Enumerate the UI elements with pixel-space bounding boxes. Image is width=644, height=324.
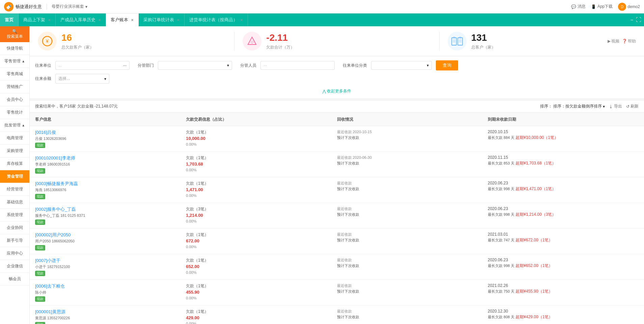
overdue-amount-5[interactable]: 超期¥672.00（1笔）	[515, 238, 553, 242]
sidebar-item-wholesale[interactable]: 批发管理 ▲	[0, 119, 29, 132]
customer-name-8[interactable]: [000001]黄思源	[35, 309, 186, 315]
balance-select[interactable]: 选择... ▾	[55, 74, 109, 84]
message-btn[interactable]: 💬 消息	[571, 4, 586, 9]
debt-count-7: 欠款（1笔）	[186, 283, 337, 289]
customer-name-6[interactable]: [0007]小迸干	[35, 258, 186, 264]
tab-home[interactable]: 首页	[0, 13, 19, 26]
debt-percent-2: 0.00%	[186, 168, 337, 172]
customer-cell-7: [0006]去下粮仓 陈小帅 现款	[35, 283, 186, 302]
sidebar-item-apps[interactable]: 应用中心	[0, 247, 29, 260]
last-collection-1: 最近收款 2020-10-15	[337, 129, 488, 135]
debt-cell-2: 欠款（1笔） 1,703.68 0.00%	[186, 155, 337, 172]
store-chevron-icon: ▾	[85, 4, 87, 9]
help-btn[interactable]: ❓ 帮助	[622, 38, 636, 44]
next-collection-4: 预计下次收款	[337, 212, 488, 217]
overdue-amount-7[interactable]: 超期¥455.90（1笔）	[515, 289, 553, 294]
unit-category-select[interactable]: ▾	[371, 61, 432, 70]
customer-name-1[interactable]: [0016]吕俊	[35, 129, 186, 136]
debt-percent-6: 0.00%	[186, 270, 337, 274]
tab-purchase-stats[interactable]: 采购订单统计表 ✕	[139, 13, 185, 26]
sidebar-search[interactable]: 🔍 搜索菜单	[0, 26, 29, 42]
sort-chevron-icon[interactable]: ▾	[603, 104, 605, 109]
video-icon: ▶	[608, 39, 611, 43]
next-collection-6: 预计下次收款	[337, 263, 488, 268]
debt-count-4: 欠款（3笔）	[186, 206, 337, 212]
tab-inbound-stats-close[interactable]: ✕	[240, 18, 243, 22]
sidebar-item-guide[interactable]: 新手引导	[0, 234, 29, 247]
table-header: 客户信息 欠款交易信息（占比） 回收情况 到期未收款日期	[30, 113, 644, 126]
store-selector[interactable]: 母婴行业演示账套 ▾	[52, 4, 87, 9]
nav-minimize-icon[interactable]: －	[629, 17, 635, 24]
sidebar-item-operations[interactable]: 经营管理	[0, 183, 29, 196]
export-btn[interactable]: ⭳ 导出	[609, 104, 622, 109]
query-button[interactable]: 查询	[436, 60, 458, 70]
tab-customer-ledger-close[interactable]: ✕	[131, 18, 134, 22]
table-row: [0006]去下粮仓 陈小帅 现款 欠款（1笔） 455.90 0.00% 最近…	[30, 280, 644, 305]
debt-percent-7: 0.00%	[186, 296, 337, 300]
table-row: [0007]小迸干 小迸干 18279152100 现款 欠款（1笔） 652.…	[30, 254, 644, 280]
sidebar-item-retail-mgmt[interactable]: 零售管理 ▲	[0, 55, 29, 68]
app-download-btn[interactable]: 📱 App下载	[591, 4, 613, 9]
sidebar-item-retail-mall[interactable]: 零售商城	[0, 68, 29, 81]
manager-input[interactable]: ···	[260, 61, 335, 70]
sidebar-search-label: 搜索菜单	[2, 34, 27, 39]
department-select[interactable]: ▾	[158, 61, 232, 70]
sidebar-item-purchase[interactable]: 采购管理	[0, 145, 29, 157]
customer-name-4[interactable]: [0002]服务中心_丁磊	[35, 206, 186, 212]
overdue-amount-3[interactable]: 超期¥1,471.00（1笔）	[515, 186, 556, 191]
sidebar-item-retail-stats[interactable]: 零售统计	[0, 106, 29, 119]
sidebar-item-member-center[interactable]: 会员中心	[0, 93, 29, 106]
stat-card-debt: ◇ -2.11 欠款合计（万）	[234, 32, 439, 51]
last-collection-4: 最近收款	[337, 206, 488, 211]
overdue-amount-1[interactable]: 超期¥10,000.00（1笔）	[515, 135, 558, 140]
sort-label: 排序：排序：按欠款金额倒序排序 ▾	[540, 104, 605, 109]
tab-purchase-stats-close[interactable]: ✕	[177, 18, 179, 22]
collection-cell-8: 最近收款 预计下次收款	[337, 309, 488, 320]
chevron-down-icon2: ▾	[427, 63, 429, 68]
debt-count-3: 欠款（1笔）	[186, 181, 337, 186]
sidebar-item-ecommerce[interactable]: 电商管理	[0, 132, 29, 145]
tab-inbound-stats[interactable]: 进货单统计表（按商品） ✕	[185, 13, 248, 26]
tab-customer-ledger[interactable]: 客户账本 ✕	[106, 13, 139, 26]
collection-cell-7: 最近收款 预计下次收款	[337, 283, 488, 294]
overdue-days-7: 最长欠款 750 天 超期¥455.90（1笔）	[488, 289, 639, 294]
refresh-btn[interactable]: ↺ 刷新	[626, 104, 639, 109]
sidebar-item-basic-info[interactable]: 基础信息	[0, 196, 29, 209]
nav-expand-icon[interactable]: ⛶	[636, 17, 641, 23]
sidebar-item-vip[interactable]: 畅会员	[0, 273, 29, 286]
sidebar-item-inventory[interactable]: 库存核算	[0, 157, 29, 170]
tab-products-close[interactable]: ✕	[48, 18, 51, 22]
sidebar-item-marketing[interactable]: 营销推广	[0, 81, 29, 93]
source-unit-input[interactable]: ... ···	[55, 61, 130, 70]
customer-phone-7: 陈小帅	[35, 290, 186, 295]
tab-instock[interactable]: 产成品入库单历史 ✕	[56, 13, 106, 26]
collection-cell-5: 最近收款 预计下次收款	[337, 232, 488, 243]
customer-name-5[interactable]: [000002]用户2050	[35, 232, 186, 238]
customer-name-2[interactable]: [0001020001]李老师	[35, 155, 186, 161]
sidebar-item-collab[interactable]: 企业协同	[0, 222, 29, 234]
tab-products[interactable]: 商品上下架 ✕	[19, 13, 56, 26]
tab-instock-close[interactable]: ✕	[98, 18, 101, 22]
debt-amount-6: 652.00	[186, 264, 337, 269]
stat-icon-debt: ◇	[243, 32, 261, 51]
overdue-days-3: 最长欠款 998 天 超期¥1,471.00（1笔）	[488, 186, 639, 192]
debt-percent-3: 0.00%	[186, 194, 337, 198]
sidebar-item-quick-nav[interactable]: 快捷导航	[0, 42, 29, 55]
sidebar-item-finance[interactable]: 资金管理	[0, 170, 29, 183]
due-date-7: 2021.02.26	[488, 283, 639, 288]
overdue-amount-2[interactable]: 超期¥1,703.68（1笔）	[515, 161, 556, 166]
customer-name-3[interactable]: [0003]畅捷服务尹海蕊	[35, 181, 186, 187]
collapse-button[interactable]: ⋀ 收起更多条件	[323, 88, 351, 94]
customer-name-7[interactable]: [0006]去下粮仓	[35, 283, 186, 289]
due-cell-1: 2020.10.15 最长欠款 884 天 超期¥10,000.00（1笔）	[488, 129, 639, 141]
overdue-amount-6[interactable]: 超期¥652.00（1笔）	[515, 263, 553, 268]
due-cell-6: 2020.06.23 最长欠款 998 天 超期¥652.00（1笔）	[488, 258, 639, 269]
tag-xian-4: 现款	[35, 219, 45, 225]
overdue-amount-4[interactable]: 超期¥1,214.00（3笔）	[515, 212, 556, 217]
overdue-amount-8[interactable]: 超期¥429.00（1笔）	[515, 315, 553, 319]
sidebar-item-system[interactable]: 系统管理	[0, 209, 29, 222]
user-avatar-btn[interactable]: D demo2	[618, 3, 640, 11]
sidebar-item-enterprise-wx[interactable]: 企业微信	[0, 260, 29, 273]
video-btn[interactable]: ▶ 视频	[608, 38, 619, 44]
col-customer-info: 客户信息	[35, 117, 186, 122]
